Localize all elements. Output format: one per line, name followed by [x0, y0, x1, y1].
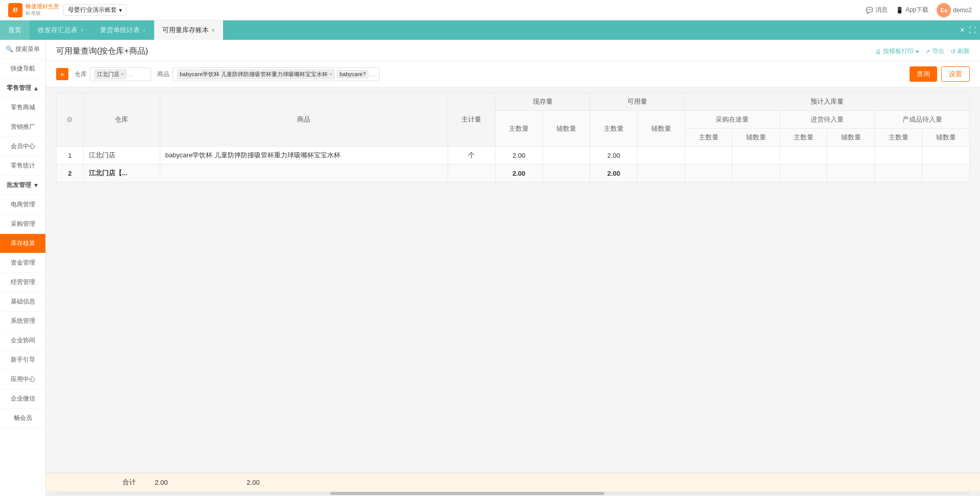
warehouse-filter: 仓库 江北门店 × ...	[75, 67, 151, 81]
search-label: 搜索菜单	[15, 45, 40, 53]
gear-icon[interactable]: ⚙	[66, 115, 73, 124]
product-more[interactable]: ...	[371, 71, 375, 77]
col-available-header: 可用量	[590, 93, 685, 111]
sidebar-search[interactable]: 🔍 搜索菜单	[0, 40, 45, 59]
chevron-down3-icon: ▾	[916, 48, 919, 55]
tab-receive-summary-close[interactable]: ×	[81, 28, 84, 33]
user-area[interactable]: Ea demo2	[937, 3, 972, 17]
warehouse-tag-area[interactable]: 江北门店 × ...	[90, 67, 151, 81]
sidebar-item-member2[interactable]: 畅会员	[0, 409, 45, 428]
product-tag-area[interactable]: babycare学饮杯 儿童防摔防撞吸管杯重力球吸嘴杯宝宝水杯 × babyca…	[173, 67, 380, 81]
sidebar-item-inventory[interactable]: 库存核算	[0, 234, 45, 253]
sidebar-item-quick-nav[interactable]: 快捷导航	[0, 59, 45, 79]
sidebar-item-finance[interactable]: 资金管理	[0, 253, 45, 273]
tab-order-stats-close[interactable]: ×	[143, 28, 146, 33]
finance-label: 资金管理	[11, 259, 35, 266]
table-area: ⚙ 仓库 商品 主计量 现存量 可用量 预计入库量 主数量 辅数量 主数量 辅数…	[46, 87, 980, 473]
warehouse-filter-label: 仓库	[75, 70, 87, 79]
username: demo2	[953, 7, 972, 14]
row2-stock-aux	[543, 164, 590, 182]
export-label: 导出	[932, 47, 944, 56]
row2-index: 2	[57, 164, 84, 182]
row1-product: babycare学饮杯 儿童防摔防撞吸管杯重力球吸嘴杯宝宝水杯	[160, 147, 448, 164]
sidebar-item-retail-mall[interactable]: 零售商城	[0, 98, 45, 117]
member-label: 会员中心	[11, 143, 35, 150]
sidebar-item-enterprise-wechat[interactable]: 企业微信	[0, 389, 45, 409]
filter-bar: » 仓库 江北门店 × ... 商品 babycare学饮杯 儿童防摔防撞吸管杯…	[46, 61, 980, 87]
app-center-label: 应用中心	[11, 375, 35, 383]
enterprise-wechat-label: 企业微信	[11, 395, 35, 402]
row1-index: 1	[57, 147, 84, 164]
col-unit-header: 主计量	[448, 93, 495, 147]
export-btn[interactable]: ↗ 导出	[925, 47, 944, 56]
filter-actions: 查询 设置	[910, 66, 970, 82]
row2-production-aux	[922, 164, 970, 182]
sidebar-item-retail-mgmt[interactable]: 零售管理 ▲	[0, 79, 45, 98]
fullscreen-btn[interactable]: ⛶	[969, 26, 976, 34]
sidebar-item-operations[interactable]: 经营管理	[0, 273, 45, 292]
main-content: 可用量查询(按仓库+商品) 🖨 按模板打印 ▾ ↗ 导出 ↺ 刷新	[46, 40, 980, 496]
query-btn[interactable]: 查询	[910, 66, 937, 82]
expand-icon: »	[60, 70, 64, 78]
data-table: ⚙ 仓库 商品 主计量 现存量 可用量 预计入库量 主数量 辅数量 主数量 辅数…	[56, 92, 970, 182]
tab-order-stats[interactable]: 要货单统计表 ×	[92, 20, 154, 40]
col-incoming-aux-header: 辅数量	[827, 129, 875, 147]
message-btn[interactable]: 💬 消息	[866, 6, 888, 14]
col-stock-main-header: 主数量	[495, 111, 543, 147]
sidebar-item-new-guide[interactable]: 新手引导	[0, 350, 45, 370]
industry-label: 母婴行业演示账套	[68, 6, 117, 14]
warehouse-tag-remove[interactable]: ×	[121, 72, 124, 77]
row2-incoming-main	[780, 164, 827, 182]
footer-stock-main: 2.00	[136, 479, 187, 486]
row1-purchase-aux	[732, 147, 780, 164]
sidebar-item-purchase[interactable]: 采购管理	[0, 215, 45, 234]
member2-label: 畅会员	[14, 414, 32, 421]
sidebar-item-retail-stats[interactable]: 零售统计	[0, 156, 45, 176]
sidebar-item-member[interactable]: 会员中心	[0, 137, 45, 156]
tab-available-stock-label: 可用量库存账本	[162, 26, 209, 35]
scrollbar-track[interactable]	[56, 492, 970, 495]
sidebar-item-enterprise[interactable]: 企业协同	[0, 331, 45, 350]
row1-available-main: 2.00	[590, 147, 638, 164]
filter-expand-btn[interactable]: »	[56, 68, 68, 80]
product-tag-2-value: babycare?	[339, 71, 365, 77]
template-print-label: 按模板打印	[883, 47, 914, 56]
scrollbar-thumb[interactable]	[330, 492, 604, 495]
page-header: 可用量查询(按仓库+商品) 🖨 按模板打印 ▾ ↗ 导出 ↺ 刷新	[46, 40, 980, 61]
app-download-btn[interactable]: 📱 App下载	[896, 6, 928, 14]
sidebar-item-marketing[interactable]: 营销推广	[0, 117, 45, 137]
new-guide-label: 新手引导	[11, 356, 35, 363]
enterprise-label: 企业协同	[11, 337, 35, 344]
refresh-btn[interactable]: ↺ 刷新	[950, 47, 970, 56]
row1-stock-aux	[543, 147, 590, 164]
col-incoming-header: 进货待入量	[780, 111, 875, 129]
tab-available-stock[interactable]: 可用量库存账本 ×	[154, 20, 223, 40]
warehouse-more[interactable]: ...	[129, 71, 133, 77]
tab-receive-summary[interactable]: 收发存汇总表 ×	[30, 20, 92, 40]
industry-selector[interactable]: 母婴行业演示账套 ▾	[63, 4, 127, 16]
sidebar-item-sys-mgmt[interactable]: 系统管理	[0, 312, 45, 331]
retail-mall-label: 零售商城	[11, 104, 35, 111]
sidebar-item-wholesale-mgmt[interactable]: 批发管理 ▼	[0, 176, 45, 195]
close-all-tabs-btn[interactable]: ×	[960, 26, 965, 35]
retail-stats-label: 零售统计	[11, 162, 35, 169]
tab-receive-summary-label: 收发存汇总表	[38, 26, 78, 35]
inventory-label: 库存核算	[11, 240, 35, 247]
tab-home[interactable]: 首页	[0, 20, 30, 40]
print-icon: 🖨	[875, 48, 881, 55]
sidebar-item-app-center[interactable]: 应用中心	[0, 370, 45, 389]
template-print-btn[interactable]: 🖨 按模板打印 ▾	[875, 47, 919, 56]
page-actions: 🖨 按模板打印 ▾ ↗ 导出 ↺ 刷新	[875, 47, 970, 56]
col-production-aux-header: 辅数量	[922, 129, 970, 147]
logo-icon: 好	[8, 3, 22, 17]
product-filter-label: 商品	[157, 70, 169, 79]
sidebar-item-basic-info[interactable]: 基础信息	[0, 292, 45, 312]
row1-available-aux	[638, 147, 685, 164]
sidebar-item-ecommerce[interactable]: 电商管理	[0, 195, 45, 215]
settings-btn[interactable]: 设置	[941, 66, 970, 82]
logo-area: 好 畅捷通好生意 标准版	[8, 3, 59, 17]
tab-available-stock-close[interactable]: ×	[212, 28, 215, 33]
product-tag-1-remove[interactable]: ×	[329, 72, 332, 77]
top-bar-left: 好 畅捷通好生意 标准版 母婴行业演示账套 ▾	[8, 3, 127, 17]
page-title: 可用量查询(按仓库+商品)	[56, 46, 148, 57]
